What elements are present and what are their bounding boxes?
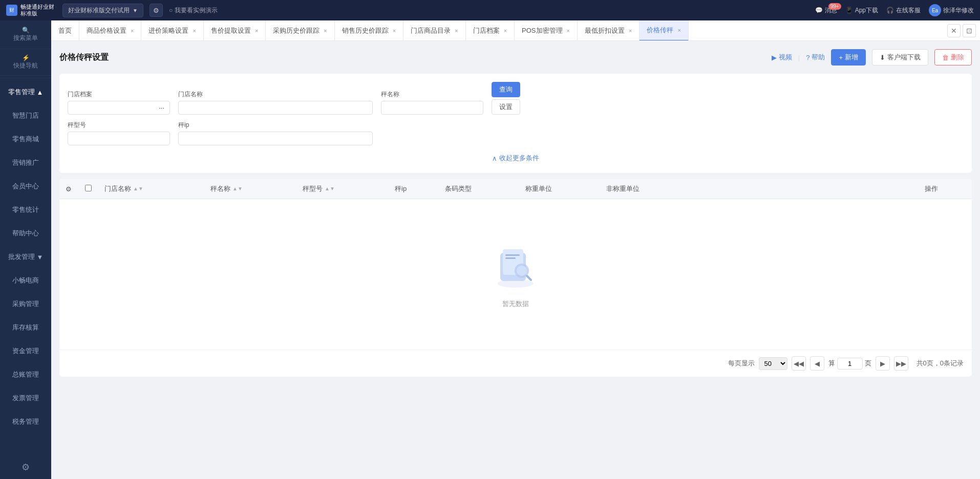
tab-min-discount[interactable]: 最低折扣设置 × — [578, 20, 640, 41]
online-service-button[interactable]: 🎧 在线客服 — [886, 6, 921, 15]
query-button[interactable]: 查询 — [492, 82, 520, 97]
video-link[interactable]: ▶ 视频 — [772, 53, 792, 62]
tab-close-store-archive[interactable]: × — [504, 28, 507, 34]
scale-name-input[interactable] — [381, 101, 483, 115]
tab-close-price-setting[interactable]: × — [131, 28, 134, 34]
app-download-button[interactable]: 📱 App下载 — [845, 6, 878, 15]
sidebar-item-invoice[interactable]: 发票管理 — [0, 386, 51, 410]
sidebar-item-retail[interactable]: 零售管理 ▲ — [0, 80, 51, 104]
tab-close-sale-history[interactable]: × — [393, 28, 396, 34]
page-size-select[interactable]: 50 10 20 100 — [759, 357, 787, 370]
filter-store-name: 门店名称 — [178, 90, 373, 115]
store-name-input[interactable] — [178, 101, 373, 115]
table-th-non-weight-unit: 非称重单位 — [600, 179, 919, 199]
table-gear-icon[interactable]: ⚙ — [66, 185, 72, 193]
collapse-row: ∧ 收起更多条件 — [68, 151, 964, 165]
tab-store-catalog[interactable]: 门店商品目录 × — [403, 20, 465, 41]
logo-icon: 财 — [6, 5, 17, 16]
filter-scale-ip: 秤ip — [178, 121, 373, 145]
tab-purchase-strategy[interactable]: 进价策略设置 × — [141, 20, 203, 41]
sidebar-nav[interactable]: ⚡ 快捷导航 — [0, 49, 51, 76]
sidebar-item-ecommerce[interactable]: 小畅电商 — [0, 269, 51, 292]
delete-icon: 🗑 — [942, 54, 949, 61]
sidebar-search[interactable]: 🔍 搜索菜单 — [0, 20, 51, 49]
page-prev-button[interactable]: ◀ — [810, 356, 824, 371]
settings-button[interactable]: 设置 — [492, 99, 520, 115]
help-icon: ? — [806, 54, 809, 61]
tab-expand-button[interactable]: ⊡ — [963, 24, 976, 37]
sidebar-item-purchase[interactable]: 采购管理 — [0, 292, 51, 316]
tab-purchase-history[interactable]: 采购历史价跟踪 × — [266, 20, 334, 41]
store-archive-input[interactable]: ··· — [68, 101, 170, 115]
sidebar-item-tax[interactable]: 税务管理 — [0, 410, 51, 433]
video-icon: ▶ — [772, 54, 777, 61]
page-number-input[interactable] — [837, 358, 863, 369]
user-area[interactable]: Ea 徐泽华修改 — [929, 4, 974, 16]
version-selector[interactable]: 好业财标准版交付试用 ▼ — [62, 4, 143, 17]
sidebar-item-retail-stats[interactable]: 零售统计 — [0, 198, 51, 222]
scale-model-input[interactable] — [68, 132, 170, 145]
help-link[interactable]: ? 帮助 — [806, 53, 825, 62]
tab-close-sale-price[interactable]: × — [255, 28, 258, 34]
sort-icon-store: ▲▼ — [133, 186, 143, 191]
svg-line-5 — [527, 276, 531, 280]
page-next-button[interactable]: ▶ — [876, 356, 890, 371]
page-first-button[interactable]: ◀◀ — [792, 356, 806, 371]
tab-sale-price[interactable]: 售价提取设置 × — [204, 20, 266, 41]
sidebar-item-member[interactable]: 会员中心 — [0, 175, 51, 198]
tab-sale-history[interactable]: 销售历史价跟踪 × — [335, 20, 403, 41]
download-button[interactable]: ⬇ 客户端下载 — [872, 49, 928, 66]
sidebar: 🔍 搜索菜单 ⚡ 快捷导航 零售管理 ▲ 智慧门店 零售商城 营销推广 会员中心… — [0, 20, 51, 479]
page-header: 价格传秤设置 ▶ 视频 | ? 帮助 + 新增 — [59, 49, 972, 66]
add-icon: + — [839, 54, 843, 61]
more-dots-icon: ··· — [159, 104, 164, 112]
tab-close-store-catalog[interactable]: × — [455, 28, 458, 34]
table-th-barcode-type: 条码类型 — [439, 179, 520, 199]
table-th-gear: ⚙ — [59, 179, 78, 199]
tab-close-all-button[interactable]: ✕ — [947, 24, 961, 37]
select-all-checkbox[interactable] — [85, 185, 92, 191]
sidebar-item-online-store[interactable]: 零售商城 — [0, 127, 51, 151]
tab-pos-manage[interactable]: POS加密管理 × — [515, 20, 578, 41]
sidebar-item-ledger[interactable]: 总账管理 — [0, 363, 51, 386]
tab-close-purchase-history[interactable]: × — [324, 28, 327, 34]
table-th-weight-unit: 称重单位 — [519, 179, 600, 199]
demo-button[interactable]: ○ 我要看实例演示 — [169, 6, 218, 15]
retail-arrow-icon: ▲ — [37, 89, 44, 96]
topbar-gear-button[interactable]: ⚙ — [150, 4, 163, 17]
page-current: 算 页 — [828, 358, 871, 369]
tab-price-setting[interactable]: 商品价格设置 × — [79, 20, 141, 41]
tab-close-purchase-strategy[interactable]: × — [193, 28, 196, 34]
sidebar-item-help[interactable]: 帮助中心 — [0, 222, 51, 245]
table-th-store-name: 门店名称 ▲▼ — [98, 179, 204, 199]
topbar-center: 好业财标准版交付试用 ▼ ⚙ ○ 我要看实例演示 — [62, 4, 815, 17]
tab-close-pos-manage[interactable]: × — [567, 28, 570, 34]
tab-close-min-discount[interactable]: × — [629, 28, 632, 34]
tab-store-archive[interactable]: 门店档案 × — [466, 20, 515, 41]
sidebar-item-wholesale[interactable]: 批发管理 ▼ — [0, 245, 51, 269]
topbar-right: 💬 消息 99+ 📱 App下载 🎧 在线客服 Ea 徐泽华修改 — [815, 4, 974, 16]
sidebar-item-inventory[interactable]: 库存核算 — [0, 316, 51, 339]
sidebar-item-smart-store[interactable]: 智慧门店 — [0, 104, 51, 127]
delete-button[interactable]: 🗑 删除 — [934, 49, 972, 66]
scale-ip-input[interactable] — [178, 132, 373, 145]
filter-scale-name: 秤名称 — [381, 90, 483, 115]
tab-close-price-scale[interactable]: × — [677, 27, 680, 33]
sidebar-item-finance[interactable]: 资金管理 — [0, 339, 51, 363]
sidebar-item-marketing[interactable]: 营销推广 — [0, 151, 51, 175]
filter-store-archive: 门店档案 ··· — [68, 90, 170, 115]
tab-home[interactable]: 首页 — [51, 20, 79, 41]
store-archive-label: 门店档案 — [68, 90, 170, 99]
page-last-button[interactable]: ▶▶ — [894, 356, 908, 371]
retail-label: 零售管理 — [8, 88, 35, 97]
filter-row-1: 门店档案 ··· 门店名称 秤名称 — [68, 82, 964, 115]
page-size-label: 每页显示 — [728, 359, 755, 368]
collapse-button[interactable]: ∧ 收起更多条件 — [488, 151, 543, 165]
add-button[interactable]: + 新增 — [831, 49, 866, 66]
sidebar-settings-button[interactable]: ⚙ — [0, 455, 51, 479]
nav-icon: ⚡ — [4, 54, 47, 61]
messages-button[interactable]: 💬 消息 99+ — [815, 6, 837, 15]
message-icon: 💬 — [815, 7, 823, 14]
tab-price-scale[interactable]: 价格传秤 × — [640, 20, 688, 41]
table-header-row: ⚙ 门店名称 ▲▼ — [59, 179, 972, 199]
